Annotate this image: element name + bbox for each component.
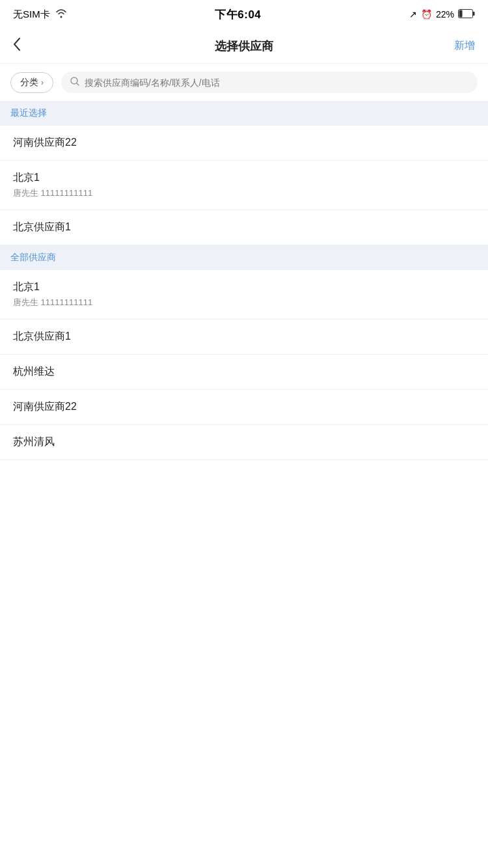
nav-bar: 选择供应商 新增 [0,29,488,64]
chevron-right-icon: › [41,78,44,87]
category-label: 分类 [20,77,38,88]
wifi-icon [55,9,67,20]
svg-rect-2 [459,10,462,17]
list-item[interactable]: 苏州清风 [0,425,488,460]
item-name: 杭州维达 [13,365,475,379]
battery-text: 22% [436,9,454,20]
item-name: 北京1 [13,280,475,294]
list-item[interactable]: 河南供应商22 [0,126,488,161]
item-sub: 唐先生 11111111111 [13,297,475,308]
battery-icon [458,9,475,20]
recent-items-list: 河南供应商22北京1唐先生 11111111111北京供应商1 [0,126,488,245]
search-icon [70,77,79,88]
alarm-icon: ⏰ [421,9,432,20]
category-button[interactable]: 分类 › [10,72,53,93]
search-input[interactable] [85,77,468,88]
item-name: 苏州清风 [13,435,475,449]
list-item[interactable]: 北京供应商1 [0,319,488,355]
item-name: 北京供应商1 [13,330,475,344]
svg-rect-1 [472,12,474,16]
status-right: ↗ ⏰ 22% [409,9,475,20]
all-items-list: 北京1唐先生 11111111111北京供应商1杭州维达河南供应商22苏州清风 [0,270,488,460]
location-icon: ↗ [409,9,417,20]
list-item[interactable]: 杭州维达 [0,355,488,390]
add-button[interactable]: 新增 [454,39,475,53]
page-title: 选择供应商 [215,38,273,54]
list-item[interactable]: 河南供应商22 [0,390,488,425]
item-name: 北京供应商1 [13,221,475,234]
all-section-header: 全部供应商 [0,245,488,270]
item-name: 河南供应商22 [13,136,475,150]
list-item[interactable]: 北京1唐先生 11111111111 [0,270,488,319]
item-name: 河南供应商22 [13,400,475,414]
item-name: 北京1 [13,171,475,185]
item-sub: 唐先生 11111111111 [13,187,475,199]
status-time: 下午6:04 [215,7,261,22]
status-bar: 无SIM卡 下午6:04 ↗ ⏰ 22% [0,0,488,29]
filter-bar: 分类 › [0,64,488,101]
recent-section-header: 最近选择 [0,101,488,126]
back-button[interactable] [8,32,26,61]
list-item[interactable]: 北京供应商1 [0,210,488,245]
search-box [61,72,478,93]
list-item[interactable]: 北京1唐先生 11111111111 [0,161,488,210]
status-left: 无SIM卡 [13,8,67,21]
carrier-text: 无SIM卡 [13,8,50,21]
